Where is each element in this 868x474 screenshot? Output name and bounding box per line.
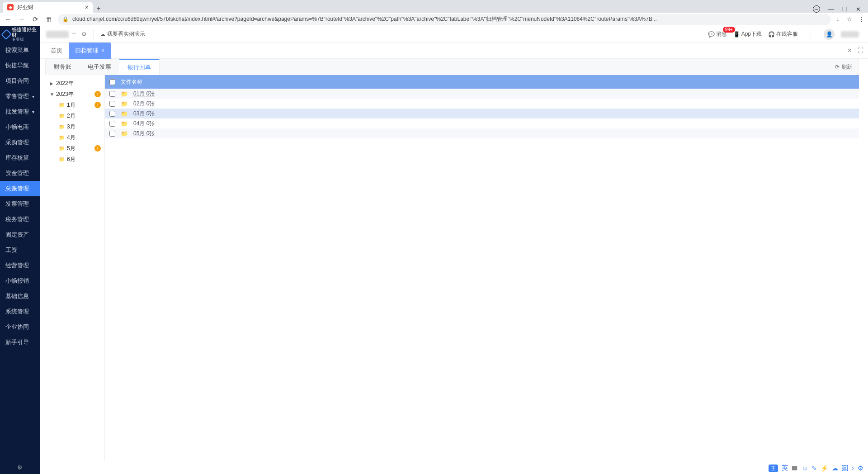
sidebar-item[interactable]: 快捷导航: [0, 58, 40, 73]
org-selector[interactable]: ﹀: [46, 30, 77, 38]
row-checkbox[interactable]: [109, 111, 115, 117]
table-row[interactable]: 📁02月 0张: [105, 99, 859, 109]
minimize-icon[interactable]: —: [828, 6, 834, 13]
install-app-icon[interactable]: ⤓: [835, 16, 840, 23]
tree-node-2023[interactable]: ▼ 2023年 !: [45, 89, 104, 100]
chevron-down-icon: ▾: [32, 109, 34, 114]
tray-icon[interactable]: ⯀: [792, 465, 798, 472]
table-row[interactable]: 📁04月 0张: [105, 118, 859, 128]
sidebar-item[interactable]: 资金管理: [0, 166, 40, 181]
subtab-finance[interactable]: 财务账: [46, 59, 80, 75]
sidebar-item[interactable]: 项目合同: [0, 73, 40, 89]
sidebar-item[interactable]: 固定资产: [0, 227, 40, 242]
tree-node-2022[interactable]: ▶ 2022年: [45, 78, 104, 89]
row-checkbox[interactable]: [109, 121, 115, 127]
sidebar-item[interactable]: 经营管理: [0, 258, 40, 273]
tree-node-month[interactable]: 📁5月!: [45, 143, 104, 154]
sidebar-item-label: 快捷导航: [5, 62, 29, 70]
tray-gear-icon[interactable]: ⚙: [858, 465, 863, 472]
table-row[interactable]: 📁01月 0张: [105, 89, 859, 99]
sidebar-item[interactable]: 企业协同: [0, 319, 40, 335]
select-all-checkbox[interactable]: [109, 79, 115, 85]
close-tab-icon[interactable]: ×: [101, 47, 104, 54]
tray-cloud-icon[interactable]: ☁: [832, 465, 838, 472]
folder-icon: 📁: [59, 124, 65, 130]
star-icon[interactable]: ☆: [847, 16, 852, 23]
tree-node-month[interactable]: 📁2月: [45, 110, 104, 121]
close-all-tabs-icon[interactable]: ✕: [847, 47, 852, 54]
tray-image-icon[interactable]: 🖼: [842, 465, 848, 472]
tray-bolt-icon[interactable]: ⚡: [821, 465, 828, 472]
refresh-icon: ⟳: [835, 64, 840, 70]
sidebar-item[interactable]: 采购管理: [0, 135, 40, 150]
tab-home[interactable]: 首页: [44, 43, 69, 59]
sidebar-item-label: 项目合同: [5, 77, 29, 85]
new-tab-button[interactable]: +: [93, 5, 104, 13]
close-tab-icon[interactable]: ×: [85, 4, 89, 11]
sidebar-item[interactable]: 批发管理▾: [0, 104, 40, 119]
file-link[interactable]: 05月 0张: [133, 130, 155, 137]
sidebar-item[interactable]: 搜索菜单: [0, 43, 40, 58]
folder-icon: 📁: [121, 130, 128, 137]
reload-icon[interactable]: ⟳: [31, 15, 40, 24]
tray-chevron-icon[interactable]: ›: [852, 465, 854, 472]
content-area: ▶ 2022年 ▼ 2023年 ! 📁1月!📁2月📁3月📁4月📁5月!📁6月 文…: [45, 75, 859, 460]
fullscreen-icon[interactable]: ⛶: [858, 47, 863, 54]
table-row[interactable]: 📁05月 0张: [105, 128, 859, 138]
tree-node-month[interactable]: 📁1月!: [45, 100, 104, 110]
sidebar-item[interactable]: 工资: [0, 242, 40, 258]
sidebar-item[interactable]: 零售管理▾: [0, 89, 40, 104]
subtab-einvoice[interactable]: 电子发票: [80, 59, 119, 75]
refresh-button[interactable]: ⟳ 刷新: [835, 63, 852, 71]
account-icon[interactable]: [813, 5, 820, 13]
forward-icon[interactable]: →: [17, 15, 26, 23]
ime-lang[interactable]: 英: [782, 464, 788, 472]
app-download-button[interactable]: 📱 App下载: [733, 30, 762, 38]
subtab-bankreceipt[interactable]: 银行回单: [119, 59, 160, 75]
file-link[interactable]: 02月 0张: [133, 100, 155, 108]
back-icon[interactable]: ←: [4, 15, 13, 23]
row-checkbox[interactable]: [109, 101, 115, 107]
tree-node-month[interactable]: 📁3月: [45, 121, 104, 132]
sidebar-item[interactable]: 库存核算: [0, 150, 40, 166]
sidebar-item[interactable]: 总账管理: [0, 181, 40, 196]
kebab-menu-icon[interactable]: ⋮: [859, 16, 864, 23]
sidebar-item[interactable]: 税务管理: [0, 212, 40, 227]
online-service-button[interactable]: 🎧 在线客服: [768, 30, 798, 38]
tray-edit-icon[interactable]: ✎: [811, 465, 817, 472]
url-bar[interactable]: 🔒 cloud.chanjet.com/cc/u6d89qwnryel/57bf…: [58, 14, 831, 25]
sidebar-settings-icon[interactable]: ⚙: [0, 460, 40, 474]
tree-node-month[interactable]: 📁4月: [45, 132, 104, 143]
sidebar-item[interactable]: 系统管理: [0, 304, 40, 319]
sidebar-item-label: 资金管理: [5, 169, 29, 177]
avatar[interactable]: 👤: [824, 29, 835, 40]
browser-tab[interactable]: ◆ 好业财 ×: [3, 2, 93, 13]
trash-icon[interactable]: 🗑: [44, 15, 53, 23]
file-link[interactable]: 01月 0张: [133, 90, 155, 98]
file-link[interactable]: 03月 0张: [133, 110, 155, 118]
messages-button[interactable]: 💬 消息 99+: [708, 30, 727, 38]
sidebar-item-label: 系统管理: [5, 308, 29, 316]
sidebar-item[interactable]: 基础信息: [0, 289, 40, 304]
tray-smile-icon[interactable]: ☺: [802, 465, 808, 472]
sidebar-item[interactable]: 新手引导: [0, 335, 40, 350]
demo-link[interactable]: ☁ 我要看实例演示: [100, 30, 145, 38]
file-link[interactable]: 04月 0张: [133, 120, 155, 128]
row-checkbox[interactable]: [109, 131, 115, 137]
close-window-icon[interactable]: ✕: [856, 6, 861, 13]
tree-node-month[interactable]: 📁6月: [45, 154, 104, 165]
sidebar-item-label: 固定资产: [5, 231, 29, 239]
chevron-down-icon: ▾: [32, 94, 34, 99]
tab-archive[interactable]: 归档管理 ×: [69, 43, 111, 59]
tree-month-label: 3月: [67, 123, 75, 131]
sidebar-item[interactable]: 小畅报销: [0, 273, 40, 289]
sub-tabs: 财务账 电子发票 银行回单 ⟳ 刷新: [45, 59, 859, 75]
gear-icon[interactable]: ⚙: [81, 31, 87, 38]
sidebar-item[interactable]: 发票管理: [0, 196, 40, 212]
table-row[interactable]: 📁03月 0张: [105, 109, 859, 118]
row-checkbox[interactable]: [109, 91, 115, 97]
maximize-icon[interactable]: ❐: [842, 6, 848, 13]
ime-badge[interactable]: 王: [769, 465, 778, 472]
sidebar-item-label: 企业协同: [5, 323, 29, 331]
sidebar-item[interactable]: 小畅电商: [0, 119, 40, 135]
